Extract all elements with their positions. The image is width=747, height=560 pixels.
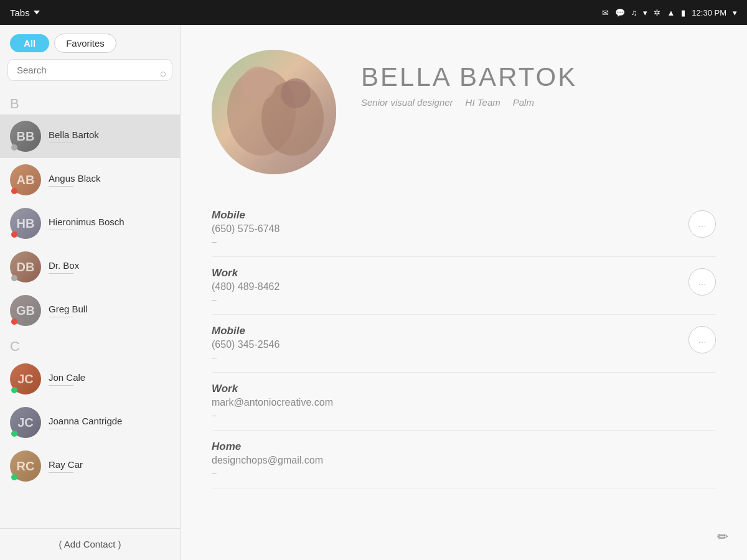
contact-photo [212,50,336,174]
contact-fields: Mobile(650) 575-6748–…Work(480) 489-8462… [181,193,747,513]
field-value: designchops@gmail.com [212,455,716,466]
tab-bar: All Favorites [0,25,180,59]
app-body: All Favorites ⌕ BBBBella BartokABAngus B… [0,25,747,560]
field-value: (650) 575-6748 [212,223,676,235]
contact-info: Joanna Cantrigde [49,416,122,429]
sidebar: All Favorites ⌕ BBBBella BartokABAngus B… [0,25,181,560]
list-item[interactable]: RCRay Car [0,444,180,488]
contact-name: Dr. Box [49,260,79,271]
contact-info: Bella Bartok [49,129,99,143]
status-dot [11,188,17,194]
message-icon: 💬 [615,8,625,17]
contact-info: Dr. Box [49,260,79,274]
field-value: (480) 489-8462 [212,281,676,292]
contact-name: Greg Bull [49,304,88,314]
list-item[interactable]: BBBella Bartok [0,114,180,158]
list-item[interactable]: GBGreg Bull [0,289,180,332]
avatar: AB [10,164,41,195]
contact-photo-image [212,50,336,174]
avatar: DB [10,251,41,282]
field-dash: – [212,410,716,420]
contact-divider [49,142,73,143]
status-right: ✉ 💬 ♫ ▾ ✲ ▲ ▮ 12:30 PM ▾ [602,8,737,17]
detail-panel: BELLA BARTOK Senior visual designerHI Te… [181,25,747,560]
status-bar: Tabs ✉ 💬 ♫ ▾ ✲ ▲ ▮ 12:30 PM ▾ [0,0,747,25]
field-dash: – [212,294,676,304]
message-action-button[interactable]: … [688,268,716,296]
contact-info: Ray Car [49,459,83,473]
tab-favorites[interactable]: Favorites [54,34,116,53]
search-icon: ⌕ [160,67,166,80]
field-row: Work(480) 489-8462–… [212,257,716,315]
field-row: Mobile(650) 345-2546–… [212,315,716,373]
status-left: Tabs [10,7,40,18]
status-dot [11,387,17,393]
status-dot [11,231,17,238]
contact-name: Ray Car [49,459,83,470]
contact-info: Jon Cale [49,372,85,386]
contact-divider [49,429,73,429]
field-row: Workmark@antoniocreative.com– [212,373,716,431]
search-input[interactable] [7,59,172,81]
tab-all[interactable]: All [10,34,49,52]
status-dot [11,319,17,325]
contact-name: Bella Bartok [49,129,99,140]
contact-list: BBBBella BartokABAngus BlackHBHieronimus… [0,87,180,528]
list-item[interactable]: HBHieronimus Bosch [0,202,180,245]
field-type: Home [212,441,716,453]
tabs-label[interactable]: Tabs [10,7,30,18]
add-contact-wrap: ( Add Contact ) [0,528,180,560]
music-chevron-icon: ▾ [643,8,647,17]
detail-tag: Palm [513,97,534,108]
contact-divider [49,230,73,230]
contact-divider [49,186,73,187]
wifi-icon: ▲ [667,8,675,17]
field-value: mark@antoniocreative.com [212,397,716,408]
field-content: Work(480) 489-8462– [212,267,676,304]
detail-header: BELLA BARTOK Senior visual designerHI Te… [181,25,747,193]
field-type: Mobile [212,209,676,222]
contact-info: Angus Black [49,173,100,187]
detail-tag: HI Team [466,97,500,108]
contact-info: Hieronimus Bosch [49,217,125,230]
list-item[interactable]: ABAngus Black [0,158,180,202]
status-dot [11,474,17,480]
field-type: Work [212,383,716,395]
avatar: RC [10,450,41,482]
contact-divider [49,317,73,317]
avatar: JC [10,363,41,394]
field-row: Mobile(650) 575-6748–… [212,199,716,257]
list-item[interactable]: JCJon Cale [0,357,180,401]
field-dash: – [212,236,676,246]
svg-point-3 [241,67,276,101]
contact-name: Angus Black [49,173,100,184]
mail-icon: ✉ [602,8,609,17]
field-content: Mobile(650) 575-6748– [212,209,676,246]
field-dash: – [212,468,716,478]
battery-icon: ▮ [681,8,685,17]
add-contact-button[interactable]: ( Add Contact ) [59,539,121,549]
time-display: 12:30 PM [692,8,726,17]
edit-button[interactable]: ✏ [717,529,728,545]
contact-name: Jon Cale [49,372,85,383]
svg-point-4 [281,78,311,108]
list-item[interactable]: DBDr. Box [0,245,180,289]
search-wrapper: ⌕ [0,59,180,87]
list-item[interactable]: JCJoanna Cantrigde [0,401,180,444]
contact-info: Greg Bull [49,304,88,317]
field-type: Mobile [212,325,676,337]
detail-tag: Senior visual designer [361,97,453,108]
detail-tags: Senior visual designerHI TeamPalm [361,97,577,108]
field-content: Homedesignchops@gmail.com– [212,441,716,478]
message-action-button[interactable]: … [688,326,716,353]
tabs-chevron-icon[interactable] [34,11,40,14]
status-dot [11,275,17,281]
detail-name-section: BELLA BARTOK Senior visual designerHI Te… [361,50,577,108]
contact-name: Joanna Cantrigde [49,416,122,426]
message-action-button[interactable]: … [688,210,716,238]
field-content: Mobile(650) 345-2546– [212,325,676,362]
avatar: JC [10,407,41,438]
contact-name: Hieronimus Bosch [49,217,125,227]
status-dot [11,144,17,151]
bluetooth-icon: ✲ [654,8,660,17]
